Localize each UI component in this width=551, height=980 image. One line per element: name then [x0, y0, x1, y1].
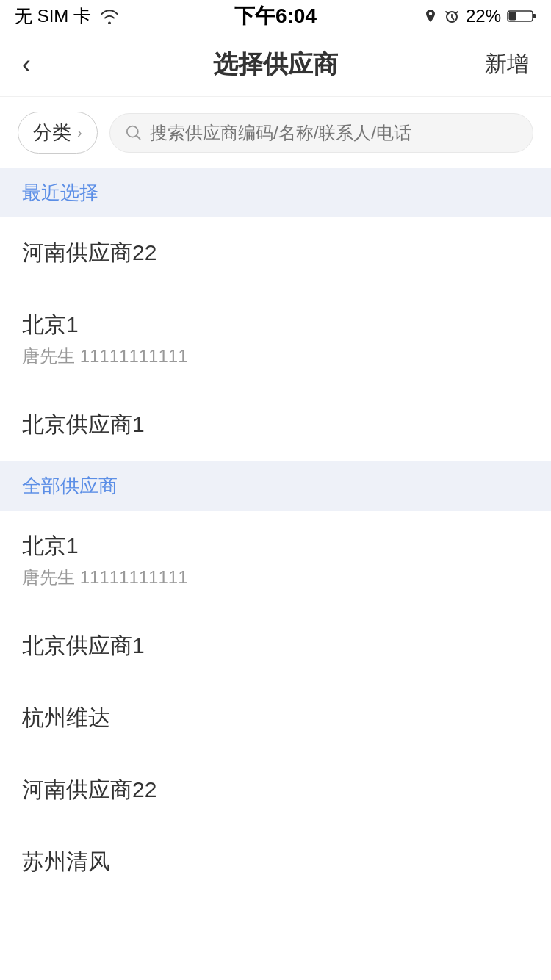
status-right: 22%	[423, 6, 536, 26]
recent-section-title: 最近选择	[22, 181, 98, 203]
status-time: 下午6:04	[234, 2, 317, 30]
alarm-icon	[444, 8, 460, 24]
list-item[interactable]: 北京1 唐先生 11111111111	[0, 289, 551, 389]
item-name: 杭州维达	[22, 703, 529, 733]
item-subtitle: 唐先生 11111111111	[22, 345, 529, 368]
add-button[interactable]: 新增	[485, 49, 529, 79]
search-icon	[125, 123, 143, 143]
list-item[interactable]: 苏州清风	[0, 826, 551, 898]
list-item[interactable]: 北京1 唐先生 11111111111	[0, 511, 551, 610]
wifi-icon	[98, 8, 120, 24]
item-subtitle: 唐先生 11111111111	[22, 566, 529, 589]
svg-rect-2	[533, 14, 536, 18]
list-item[interactable]: 北京供应商1	[0, 610, 551, 682]
all-section-header: 全部供应商	[0, 461, 551, 511]
nav-bar: ‹ 选择供应商 新增	[0, 32, 551, 97]
all-section-title: 全部供应商	[22, 475, 118, 497]
item-name: 河南供应商22	[22, 238, 529, 268]
item-name: 苏州清风	[22, 847, 529, 877]
recent-items-list: 河南供应商22 北京1 唐先生 11111111111 北京供应商1	[0, 217, 551, 461]
all-items-list: 北京1 唐先生 11111111111 北京供应商1 杭州维达 河南供应商22 …	[0, 511, 551, 898]
carrier-text: 无 SIM 卡	[15, 4, 91, 28]
list-item[interactable]: 北京供应商1	[0, 389, 551, 461]
category-filter-button[interactable]: 分类 ›	[18, 112, 98, 154]
item-name: 河南供应商22	[22, 775, 529, 805]
status-bar: 无 SIM 卡 下午6:04 22%	[0, 0, 551, 32]
item-name: 北京供应商1	[22, 631, 529, 661]
search-input[interactable]	[150, 123, 518, 143]
location-icon	[423, 8, 438, 24]
battery-text: 22%	[466, 6, 501, 26]
back-button[interactable]: ‹	[22, 49, 66, 80]
chevron-right-icon: ›	[77, 124, 82, 141]
filter-bar: 分类 ›	[0, 97, 551, 168]
category-label: 分类	[33, 120, 71, 145]
search-box[interactable]	[109, 113, 533, 153]
item-name: 北京1	[22, 531, 529, 561]
battery-icon	[507, 9, 536, 24]
list-item[interactable]: 河南供应商22	[0, 217, 551, 289]
list-item[interactable]: 杭州维达	[0, 682, 551, 754]
page-title: 选择供应商	[213, 48, 338, 82]
status-left: 无 SIM 卡	[15, 4, 120, 28]
list-item[interactable]: 河南供应商22	[0, 754, 551, 826]
item-name: 北京供应商1	[22, 410, 529, 440]
item-name: 北京1	[22, 310, 529, 340]
svg-rect-3	[509, 12, 516, 21]
recent-section-header: 最近选择	[0, 168, 551, 217]
